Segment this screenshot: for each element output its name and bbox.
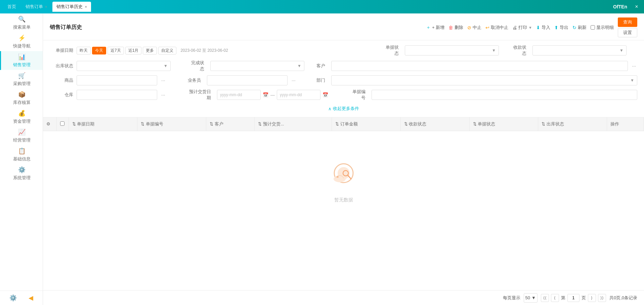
delivery-date-end[interactable]: yyyy-mm-dd [277,90,320,100]
stop-button[interactable]: ⊘ 中止 [467,25,481,31]
th-payment-status[interactable]: ⇅ 收款状态 [400,117,469,131]
window-close-btn[interactable]: × [633,3,641,11]
product-input[interactable] [77,75,157,85]
date-btn-custom[interactable]: 自定义 [158,47,176,54]
brand-label: OfTEn [613,4,627,9]
add-button[interactable]: ＋ + 新增 [426,25,444,31]
calendar-start-icon[interactable]: 📅 [263,92,268,98]
date-btn-7days[interactable]: 近7天 [108,47,124,54]
delivery-date-inputs: yyyy-mm-dd 📅 — yyyy-mm-dd 📅 [217,90,328,100]
complete-status-select[interactable]: ▼ [210,61,304,71]
page-size-chevron: ▼ [531,295,536,300]
delivery-date-start[interactable]: yyyy-mm-dd [217,90,261,100]
pager-next[interactable]: ⟩ [588,294,596,302]
order-status-select[interactable]: ▼ [405,45,499,55]
warehouse-input[interactable] [77,90,157,100]
pager-page-label: 页 [582,295,586,301]
filter-row-2: 出库状态 ▼ 完成状态 ▼ 客户 [50,60,637,72]
tab-home[interactable]: 首页 [3,2,20,12]
sidebar-item-operations[interactable]: 📈 经营管理 [0,126,43,145]
purchase-mgmt-icon: 🛒 [18,72,26,79]
display-detail-input[interactable] [591,25,595,30]
collapse-conditions[interactable]: ∧ 收起更多条件 [50,104,637,113]
th-number[interactable]: ⇅ 单据编号 [137,117,206,131]
th-customer[interactable]: ⇅ 客户 [206,117,255,131]
tab-sales-history[interactable]: 销售订单历史 × [52,2,91,12]
th-delivery-status[interactable]: ⇅ 出库状态 [538,117,607,131]
order-status-chevron: ▼ [492,48,496,53]
svg-point-6 [337,176,339,178]
date-dash: — [270,92,275,98]
date-btn-yesterday[interactable]: 昨天 [77,47,91,54]
empty-icon [327,158,360,192]
order-number-section: 单据编号 [349,89,637,101]
sidebar-item-quick-nav[interactable]: ⚡ 快捷导航 [0,32,43,51]
order-number-input[interactable] [372,90,637,100]
delete-button[interactable]: 🗑 删除 [448,25,463,31]
sidebar-settings-icon[interactable]: ⚙️ [9,294,17,302]
tab-sales-order[interactable]: 销售订单 × [22,2,51,12]
table-gear-icon[interactable]: ⚙ [46,121,50,126]
pager-prev[interactable]: ⟨ [551,294,559,302]
sidebar-item-search-menu[interactable]: 🔍 搜索菜单 [0,13,43,32]
refresh-button[interactable]: ↻ 刷新 [572,25,587,31]
th-delivery-date[interactable]: ⇅ 预计交货... [255,117,332,131]
page-size-select[interactable]: 50 ▼ [524,293,538,303]
th-settings[interactable]: ⚙ [43,117,56,131]
empty-state: 暂无数据 [43,131,644,230]
pager-input[interactable] [567,294,579,302]
th-date[interactable]: ⇅ 单据日期 [69,117,137,131]
print-button[interactable]: 🖨 打印 ▼ [512,25,532,31]
warehouse-label: 仓库 [50,92,77,98]
sidebar-item-sys-mgmt[interactable]: ⚙️ 系统管理 [0,164,43,183]
warehouse-content: ··· [77,90,187,100]
select-all-checkbox[interactable] [60,121,65,126]
th-checkbox[interactable] [56,117,69,131]
th-order-status[interactable]: ⇅ 单据状态 [469,117,538,131]
settings-button[interactable]: 设置 [618,28,637,37]
th-amount[interactable]: ⇅ 订单金额 [332,117,401,131]
product-dots[interactable]: ··· [160,78,167,83]
display-detail-checkbox[interactable]: 显示明细 [591,25,614,31]
toolbar: ＋ + 新增 🗑 删除 ⊘ 中止 ↩ 取消中止 🖨 打印 [426,17,637,37]
inventory-icon: 📦 [18,91,26,98]
sidebar-item-sales-mgmt[interactable]: 📊 销售管理 [0,51,43,70]
customer-input[interactable] [331,61,628,71]
date-btn-today[interactable]: 今天 [92,47,106,54]
sidebar-item-finance[interactable]: 💰 资金管理 [0,108,43,126]
salesperson-input[interactable] [207,75,288,85]
date-buttons: 昨天 今天 近7天 近1月 更多 自定义 [77,47,176,54]
warehouse-dots[interactable]: ··· [160,92,167,98]
print-icon: 🖨 [512,25,517,30]
close-sales-order-tab[interactable]: × [45,5,47,9]
sidebar-item-basic-info[interactable]: 📋 基础信息 [0,145,43,164]
calendar-end-icon[interactable]: 📅 [323,92,328,98]
department-label: 部门 [315,77,329,83]
date-btn-1month[interactable]: 近1月 [125,47,142,54]
payment-status-section: 收款状态 ▼ [510,44,637,56]
pager-last[interactable]: ⟩⟩ [598,294,606,302]
payment-status-select[interactable]: ▼ [532,45,627,55]
basic-info-icon: 📋 [18,147,26,155]
salesperson-label: 业务员 [187,77,204,83]
department-section: 部门 ▼ [315,75,637,85]
complete-status-chevron: ▼ [297,64,301,68]
sidebar: 🔍 搜索菜单 ⚡ 快捷导航 📊 销售管理 🛒 采购管理 📦 库存核算 💰 资金管… [0,13,43,305]
customer-dots[interactable]: ··· [631,63,637,69]
search-menu-icon: 🔍 [18,15,26,23]
sidebar-item-purchase-mgmt[interactable]: 🛒 采购管理 [0,70,43,89]
close-sales-history-tab[interactable]: × [85,5,87,9]
export-button[interactable]: ⬆ 导出 [554,25,568,31]
cancel-stop-button[interactable]: ↩ 取消中止 [485,25,508,31]
total-records: 共0页,0条记录 [609,295,637,301]
pager-first[interactable]: ⟨⟨ [541,294,549,302]
department-select[interactable]: ▼ [331,75,637,85]
delivery-status-select[interactable]: ▼ [77,61,171,71]
date-btn-more[interactable]: 更多 [143,47,157,54]
query-button[interactable]: 查询 [618,17,637,27]
sidebar-item-inventory[interactable]: 📦 库存核算 [0,89,43,108]
table-container: ⚙ ⇅ 单据日期 ⇅ 单据编号 [43,117,644,290]
import-button[interactable]: ⬇ 导入 [536,25,550,31]
sidebar-collapse-icon[interactable]: ◀ [29,294,33,302]
salesperson-dots[interactable]: ··· [290,78,297,83]
